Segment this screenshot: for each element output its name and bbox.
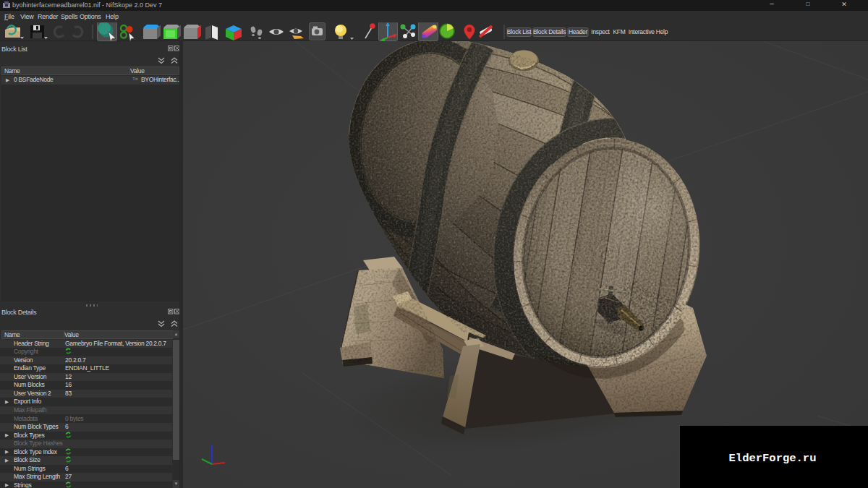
svg-text:KFM: KFM <box>613 28 625 35</box>
svg-text:Inspect: Inspect <box>591 28 610 35</box>
svg-text:Block Details: Block Details <box>533 28 566 35</box>
svg-text:Interactive Help: Interactive Help <box>629 28 668 35</box>
svg-text:Block List: Block List <box>507 28 532 35</box>
svg-text:ElderForge.ru: ElderForge.ru <box>729 452 817 465</box>
svg-text:Header: Header <box>569 28 588 35</box>
